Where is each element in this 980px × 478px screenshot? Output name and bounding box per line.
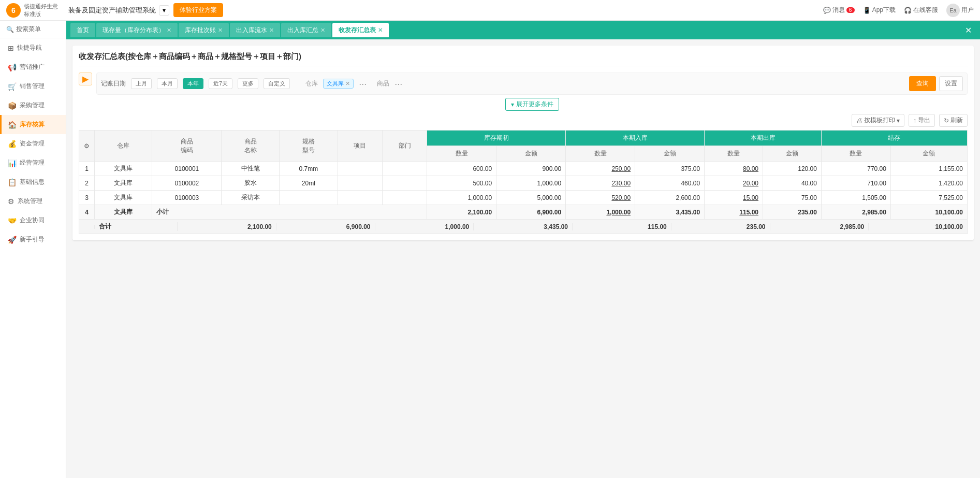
tab-flow-label: 出入库流水 [236, 26, 267, 35]
row2-project [338, 176, 382, 191]
subtotal-open-qty: 2,100.00 [427, 205, 496, 220]
tab-batch[interactable]: 库存批次账 ✕ [179, 23, 229, 37]
export-icon: ↑ [913, 117, 916, 124]
tab-batch-close[interactable]: ✕ [218, 27, 223, 34]
row2-name: 胶水 [222, 176, 279, 191]
warehouse-filter-tag[interactable]: 文具库 ✕ [323, 79, 354, 89]
footer-open-qty: 2,100.00 [178, 223, 276, 230]
sidebar-item-finance[interactable]: 💰 资金管理 [0, 134, 66, 153]
main-card: 收发存汇总表(按仓库＋商品编码＋商品＋规格型号＋项目＋部门) ▶ 记账日期 上月… [72, 46, 974, 240]
tab-home[interactable]: 首页 [70, 23, 95, 37]
sidebar-item-basic-info[interactable]: 📋 基础信息 [0, 172, 66, 192]
row3-out-qty[interactable]: 15.00 [705, 191, 763, 205]
tab-recv-send[interactable]: 收发存汇总表 ✕ [332, 23, 389, 37]
expand-icon: ▾ [511, 101, 514, 108]
message-item[interactable]: 💬 消息 6 [823, 6, 855, 15]
refresh-label: 刷新 [950, 116, 963, 125]
tab-flow-close[interactable]: ✕ [269, 27, 274, 34]
row1-out-qty[interactable]: 80.00 [705, 162, 763, 176]
settings-button[interactable]: 设置 [939, 76, 963, 91]
user-item[interactable]: Ea 用户 [946, 4, 974, 17]
row3-project [338, 191, 382, 205]
sidebar-item-marketing[interactable]: 📢 营销推广 [0, 57, 66, 77]
tab-batch-label: 库存批次账 [185, 26, 216, 35]
system-area: 装备及固定资产辅助管理系统 ▾ [68, 5, 169, 16]
row2-in-amt: 460.00 [635, 176, 705, 191]
footer-in-amt: 3,435.00 [474, 223, 573, 230]
row2-out-qty[interactable]: 20.00 [705, 176, 763, 191]
goods-more[interactable]: ··· [394, 79, 402, 89]
sidebar-label-newbie: 新手引导 [20, 235, 45, 244]
sidebar-label-quick-nav: 快捷导航 [17, 44, 42, 52]
date-btn-7days[interactable]: 近7天 [209, 78, 232, 89]
try-industry-btn[interactable]: 体验行业方案 [173, 3, 223, 17]
sidebar-item-enterprise[interactable]: 🤝 企业协同 [0, 211, 66, 230]
date-btn-more[interactable]: 更多 [238, 78, 258, 89]
row3-open-qty: 1,000.00 [427, 191, 496, 205]
row1-in-qty[interactable]: 250.00 [566, 162, 635, 176]
footer-out-qty: 115.00 [573, 223, 671, 230]
tab-summary-close[interactable]: ✕ [320, 27, 325, 34]
query-button[interactable]: 查询 [909, 76, 936, 91]
subtotal-out-qty[interactable]: 115.00 [705, 205, 763, 220]
sidebar-item-operations[interactable]: 📊 经营管理 [0, 153, 66, 172]
tab-bar-close[interactable]: ✕ [961, 25, 976, 35]
tab-inventory-dist[interactable]: 现存量（库存分布表） ✕ [96, 23, 178, 37]
row2-in-qty[interactable]: 230.00 [566, 176, 635, 191]
col-header-balance: 结存 [821, 131, 967, 146]
online-service-item[interactable]: 🎧 在线客服 [904, 6, 938, 15]
row3-in-qty[interactable]: 520.00 [566, 191, 635, 205]
col-header-project: 项目 [338, 131, 382, 162]
date-btn-custom[interactable]: 自定义 [264, 78, 290, 89]
row2-bal-amt: 1,420.00 [890, 176, 967, 191]
tab-flow[interactable]: 出入库流水 ✕ [230, 23, 280, 37]
tab-summary[interactable]: 出入库汇总 ✕ [281, 23, 331, 37]
gear-header[interactable]: ⚙ [79, 131, 95, 162]
tab-inventory-dist-close[interactable]: ✕ [167, 27, 171, 34]
expand-conditions-btn[interactable]: ▾ 展开更多条件 [505, 98, 559, 111]
search-menu-item[interactable]: 🔍 搜索菜单 [0, 21, 66, 38]
row2-dept [382, 176, 427, 191]
sidebar-item-purchase[interactable]: 📦 采购管理 [0, 96, 66, 115]
date-btn-this-year[interactable]: 本年 [183, 78, 203, 89]
footer-label: 合计 [95, 222, 178, 231]
row1-project [338, 162, 382, 176]
row3-code: 0100003 [152, 191, 222, 205]
sidebar-item-newbie[interactable]: 🚀 新手引导 [0, 230, 66, 249]
sidebar-item-inventory[interactable]: 🏠 库存核算 [0, 115, 66, 134]
system-dropdown[interactable]: ▾ [159, 5, 169, 16]
sidebar-item-sales[interactable]: 🛒 销售管理 [0, 77, 66, 96]
col-header-opening: 库存期初 [427, 131, 566, 146]
warehouse-more[interactable]: ··· [359, 79, 367, 89]
print-icon: 🖨 [856, 117, 862, 124]
filter-expand-arrow[interactable]: ▶ [79, 73, 92, 85]
sidebar-item-system[interactable]: ⚙ 系统管理 [0, 192, 66, 211]
user-label: 用户 [961, 6, 974, 15]
row1-open-amt: 900.00 [496, 162, 566, 176]
subtotal-bal-qty: 2,985.00 [821, 205, 890, 220]
tab-recv-send-close[interactable]: ✕ [378, 27, 383, 34]
date-btn-this-month[interactable]: 本月 [157, 78, 178, 89]
refresh-btn[interactable]: ↻ 刷新 [939, 114, 968, 127]
row2-warehouse: 文具库 [95, 176, 152, 191]
footer-bal-qty: 2,985.00 [770, 223, 869, 230]
sidebar: 🔍 搜索菜单 ⊞ 快捷导航 📢 营销推广 🛒 销售管理 📦 采购管理 🏠 [0, 21, 66, 478]
print-btn[interactable]: 🖨 按模板打印 ▾ [852, 114, 904, 127]
date-btn-last-month[interactable]: 上月 [131, 78, 152, 89]
row1-name: 中性笔 [222, 162, 279, 176]
row1-out-amt: 120.00 [763, 162, 822, 176]
subtotal-label: 小计 [152, 205, 427, 220]
enterprise-icon: 🤝 [8, 216, 17, 225]
subtotal-in-qty[interactable]: 1,000.00 [566, 205, 635, 220]
warehouse-tag-close[interactable]: ✕ [345, 80, 350, 87]
export-btn[interactable]: ↑ 导出 [909, 114, 935, 127]
app-download-item[interactable]: 📱 App下载 [863, 6, 896, 15]
basic-info-icon: 📋 [8, 178, 17, 186]
system-icon: ⚙ [8, 197, 14, 206]
search-icon: 🔍 [6, 26, 14, 33]
row1-bal-amt: 1,155.00 [890, 162, 967, 176]
sidebar-item-quick-nav[interactable]: ⊞ 快捷导航 [0, 38, 66, 57]
top-bar: 6 畅捷通好生意 标准版 装备及固定资产辅助管理系统 ▾ 体验行业方案 💬 消息… [0, 0, 980, 21]
row1-spec: 0.7mm [279, 162, 338, 176]
headset-icon: 🎧 [904, 7, 912, 14]
